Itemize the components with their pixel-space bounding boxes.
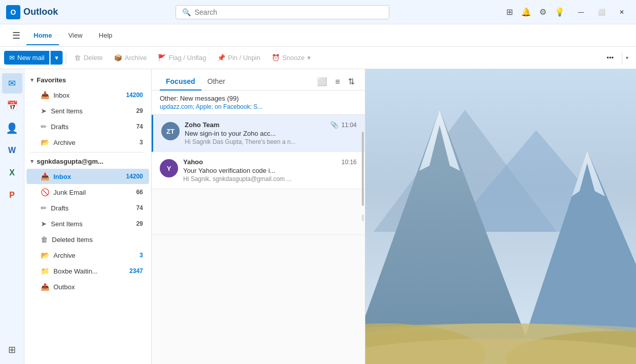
email-sender-zoho: Zoho Team — [185, 121, 219, 129]
account-drafts[interactable]: ✏ Drafts 74 — [26, 200, 149, 216]
favorites-drafts[interactable]: ✏ Drafts 74 — [26, 119, 149, 134]
email-item-empty-2 — [152, 235, 365, 281]
sidebar-item-mail[interactable]: ✉ — [2, 73, 22, 94]
tab-help[interactable]: Help — [92, 26, 120, 45]
title-bar-right: ⊞ 🔔 ⚙ 💡 — ⬜ ✕ — [506, 5, 630, 19]
title-bar-left: O Outlook — [6, 5, 58, 19]
search-bar[interactable]: 🔍 — [176, 5, 389, 19]
sidebar-item-excel[interactable]: X — [2, 163, 22, 183]
email-header-yahoo: Yahoo 10:16 — [183, 158, 357, 166]
tab-view[interactable]: View — [61, 26, 90, 45]
boxbe-icon: 📁 — [41, 267, 49, 275]
sent-icon: ➤ — [41, 107, 47, 115]
pin-unpin-button[interactable]: 📌 Pin / Unpin — [212, 51, 266, 65]
new-mail-icon: ✉ — [9, 54, 15, 62]
tab-home[interactable]: Home — [26, 26, 59, 45]
scroll-indicator-bottom — [362, 215, 364, 221]
toolbar-separator-1 — [66, 52, 66, 64]
inbox-icon: 📥 — [41, 91, 49, 99]
chevron-down-icon: ▾ — [55, 54, 59, 62]
main-layout: ✉ 📅 👤 W X P ⊞ ▾ Favorites 📥 Inbox 14200 … — [0, 69, 636, 364]
attachment-icon-zoho: 📎 — [330, 121, 338, 129]
account-sent-icon: ➤ — [41, 220, 47, 228]
sidebar-item-people[interactable]: 👤 — [2, 118, 22, 138]
filter-button[interactable]: ≡ — [333, 75, 342, 88]
account-sent-items[interactable]: ➤ Sent Items 29 — [26, 216, 149, 231]
zoho-avatar: ZT — [161, 122, 180, 140]
delete-button[interactable]: 🗑 Delete — [69, 51, 108, 65]
favorites-inbox[interactable]: 📥 Inbox 14200 — [26, 87, 149, 103]
outlook-logo-icon: O — [6, 5, 20, 19]
search-input[interactable] — [195, 8, 383, 16]
apps-icon[interactable]: ⊞ — [506, 7, 513, 17]
account-chevron: ▾ — [31, 158, 34, 165]
yahoo-avatar: Y — [160, 159, 178, 177]
sidebar-item-word[interactable]: W — [2, 140, 22, 161]
email-items: ZT Zoho Team 📎 11:04 New sign-in to your… — [152, 115, 365, 281]
left-nav: ▾ Favorites 📥 Inbox 14200 ➤ Sent Items 2… — [24, 69, 152, 364]
email-item-zoho[interactable]: ZT Zoho Team 📎 11:04 New sign-in to your… — [152, 115, 365, 152]
outbox-icon: 📤 — [41, 283, 49, 291]
sidebar-item-powerpoint[interactable]: P — [2, 185, 22, 205]
nav-ribbon: ☰ Home View Help — [0, 24, 636, 47]
tab-other[interactable]: Other — [201, 73, 232, 90]
snooze-button[interactable]: ⏰ Snooze ▾ — [267, 51, 316, 65]
archive-button[interactable]: 📦 Archive — [109, 51, 152, 65]
sidebar-item-calendar[interactable]: 📅 — [2, 96, 22, 116]
flag-unflag-button[interactable]: 🚩 Flag / Unflag — [153, 51, 211, 65]
account-section-header[interactable]: ▾ sgnkdasgupta@gm... — [24, 155, 151, 168]
favorites-chevron: ▾ — [31, 77, 34, 83]
deleted-icon: 🗑 — [41, 235, 48, 244]
archive-icon: 📦 — [114, 54, 122, 62]
email-item-empty-1 — [152, 189, 365, 235]
drafts-icon: ✏ — [41, 123, 47, 131]
email-preview-zoho: Hi Sagnik Das Gupta, There's been a n... — [185, 138, 357, 145]
junk-icon: 🚫 — [41, 188, 49, 196]
favorites-sent-items[interactable]: ➤ Sent Items 29 — [26, 103, 149, 118]
app-name: Outlook — [23, 7, 58, 17]
tab-focused[interactable]: Focused — [160, 73, 201, 90]
account-boxbe[interactable]: 📁 Boxbe Waitin... 2347 — [26, 263, 149, 279]
favorites-section-header[interactable]: ▾ Favorites — [24, 73, 151, 87]
nav-divider — [31, 152, 145, 153]
account-deleted-items[interactable]: 🗑 Deleted Items — [26, 232, 149, 247]
account-archive[interactable]: 📂 Archive 3 — [26, 248, 149, 263]
account-junk-email[interactable]: 🚫 Junk Email 66 — [26, 185, 149, 200]
minimize-button[interactable]: — — [573, 5, 589, 19]
snooze-icon: ⏰ — [272, 54, 280, 62]
email-time-yahoo: 10:16 — [341, 159, 357, 166]
search-icon: 🔍 — [182, 8, 191, 16]
more-actions-button[interactable]: ••• — [601, 51, 619, 65]
pin-icon: 📌 — [217, 54, 225, 62]
account-inbox-icon: 📥 — [41, 172, 49, 180]
email-list-scroll: ZT Zoho Team 📎 11:04 New sign-in to your… — [152, 115, 365, 281]
close-button[interactable]: ✕ — [614, 5, 630, 19]
email-preview-yahoo: Hi Sagnik, sgnkdasgupta@gmail.com ... — [183, 175, 357, 183]
email-time-zoho: 11:04 — [341, 122, 357, 129]
new-mail-dropdown[interactable]: ▾ — [50, 51, 63, 65]
bell-icon[interactable]: 🔔 — [521, 7, 531, 17]
title-bar: O Outlook 🔍 ⊞ 🔔 ⚙ 💡 — ⬜ ✕ — [0, 0, 636, 24]
email-list-area: Focused Other ⬜ ≡ ⇅ Other: New messages … — [152, 69, 365, 364]
other-banner[interactable]: Other: New messages (99) updazz.com; App… — [152, 90, 365, 115]
account-inbox[interactable]: 📥 Inbox 14200 — [26, 169, 149, 184]
hamburger-button[interactable]: ☰ — [8, 28, 24, 43]
new-mail-button[interactable]: ✉ New mail — [4, 51, 49, 65]
settings-icon[interactable]: ⚙ — [539, 7, 546, 17]
account-archive-icon: 📂 — [41, 251, 49, 259]
favorites-archive[interactable]: 📂 Archive 3 — [26, 135, 149, 150]
sort-button[interactable]: ⇅ — [346, 75, 357, 88]
snooze-dropdown-icon: ▾ — [307, 54, 311, 62]
maximize-button[interactable]: ⬜ — [593, 5, 610, 19]
sidebar-icons: ✉ 📅 👤 W X P ⊞ — [0, 69, 24, 364]
compact-view-button[interactable]: ⬜ — [315, 75, 329, 88]
filter-tabs: Focused Other ⬜ ≡ ⇅ — [152, 69, 365, 90]
email-item-yahoo[interactable]: Y Yahoo 10:16 Your Yahoo verification co… — [152, 152, 365, 189]
archive-icon-nav: 📂 — [41, 138, 49, 146]
flag-icon: 🚩 — [158, 54, 166, 62]
lightbulb-icon[interactable]: 💡 — [555, 7, 565, 17]
other-banner-senders: updazz.com; Apple; on Facebook; S... — [160, 103, 357, 110]
toolbar-expand-button[interactable]: ▾ — [622, 52, 632, 64]
sidebar-item-apps[interactable]: ⊞ — [2, 340, 22, 360]
account-outbox[interactable]: 📤 Outbox — [26, 279, 149, 294]
